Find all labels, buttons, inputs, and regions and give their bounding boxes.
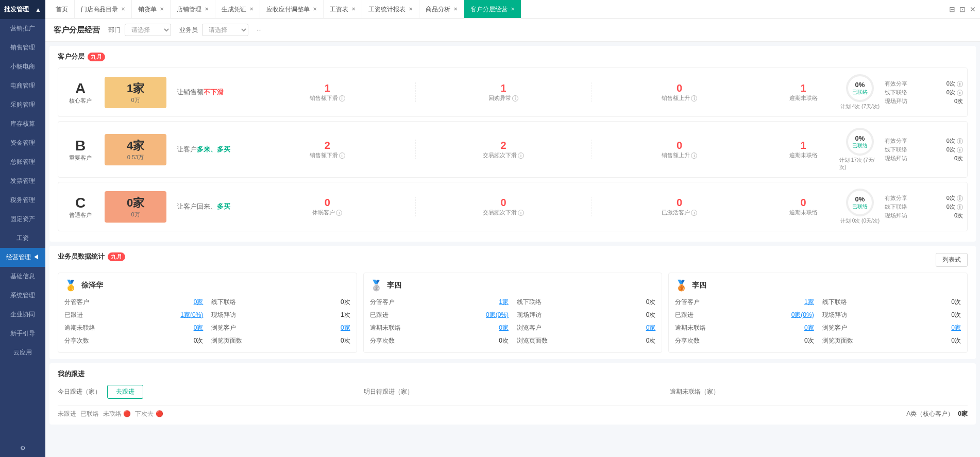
tab-bar: 首页 门店商品目录 ✕ 销货单 ✕ 店铺管理 ✕ 生成凭证 ✕ 应收应付调整单 … xyxy=(45,0,980,19)
sidebar-collapse-icon[interactable]: ▲ xyxy=(35,6,41,13)
sidebar-item-xiaodian[interactable]: 小畅电商 xyxy=(0,57,45,76)
followup-tomorrow-label: 明日待跟进（家） xyxy=(364,387,662,396)
staff-stat-link[interactable]: 0家 xyxy=(499,324,509,332)
tab-gonzitongji[interactable]: 工资统计报表 ✕ xyxy=(362,0,419,19)
tier-row-a: A 核心客户 1家 0万 让销售额不下滑 1 销售额下滑 i 1 xyxy=(58,67,968,117)
sidebar-item-jingying[interactable]: 经营管理 ◀ xyxy=(0,248,45,267)
tab-window-max-icon[interactable]: ⊡ xyxy=(959,5,966,13)
sidebar-item-fapiao[interactable]: 发票管理 xyxy=(0,172,45,191)
staff-stat-link[interactable]: 0家 xyxy=(646,324,656,332)
staff-stat-link[interactable]: 1家(0%) xyxy=(180,311,203,319)
sidebar-item-dianshangguan[interactable]: 电商管理 xyxy=(0,76,45,95)
tab-shengcheng[interactable]: 生成凭证 ✕ xyxy=(215,0,260,19)
tab-shangpin[interactable]: 商品分析 ✕ xyxy=(419,0,464,19)
tab-close-kehu[interactable]: ✕ xyxy=(511,0,515,19)
info-icon[interactable]: i xyxy=(691,210,697,216)
tier-stats-a: 1 销售额下滑 i 1 回购异常 i 0 销售额上升 i xyxy=(240,82,767,102)
info-icon[interactable]: i xyxy=(957,147,963,153)
circle-outer-c: 0% 已联络 xyxy=(846,189,874,216)
staff-stat-link[interactable]: 1家 xyxy=(499,298,509,307)
tab-dianpu[interactable]: 店铺管理 ✕ xyxy=(171,0,215,19)
staff-header-ls2: 🥉 李四 xyxy=(675,279,961,292)
info-icon[interactable]: i xyxy=(957,90,963,96)
staff-stat-row: 浏览页面数 0次 xyxy=(517,335,655,346)
sidebar-item-caigou[interactable]: 采购管理 xyxy=(0,95,45,114)
info-icon[interactable]: i xyxy=(512,95,518,101)
sidebar-item-gongzi[interactable]: 工资 xyxy=(0,229,45,248)
sidebar-item-jichu[interactable]: 基础信息 xyxy=(0,267,45,286)
staff-card-ls2: 🥉 李四 分管客户 1家 线下联络 0次 已跟进 xyxy=(668,273,968,353)
info-icon[interactable]: i xyxy=(339,95,345,101)
info-icon[interactable]: i xyxy=(336,210,342,216)
sidebar-item-shuiwu[interactable]: 税务管理 xyxy=(0,191,45,210)
tab-kehu[interactable]: 客户分层经营 ✕ xyxy=(464,0,521,19)
staff-stats-ls1: 分管客户 1家 线下联络 0次 已跟进 0家(0%) 现场拜访 xyxy=(370,297,656,346)
staff-stat-link[interactable]: 0家 xyxy=(804,324,814,332)
tab-window-min-icon[interactable]: ⊟ xyxy=(949,5,955,13)
filter-dept-label: 部门 xyxy=(108,26,121,35)
info-icon[interactable]: i xyxy=(339,153,345,159)
filter-more-icon[interactable]: ··· xyxy=(257,26,262,33)
info-icon[interactable]: i xyxy=(518,153,524,159)
goto-followup-button[interactable]: 去跟进 xyxy=(107,385,143,399)
list-view-button[interactable]: 列表式 xyxy=(936,253,968,267)
staff-stat-link[interactable]: 0家(0%) xyxy=(486,311,509,319)
staff-stat-link[interactable]: 0家 xyxy=(194,298,204,307)
sidebar-item-xiaoshou[interactable]: 销售管理 xyxy=(0,38,45,57)
sidebar-item-gudingzichan[interactable]: 固定资产 xyxy=(0,210,45,229)
filter-staff-select[interactable]: 请选择 xyxy=(202,24,248,36)
tier-right-stats-a: 有效分享0次 i 线下联络0次 i 现场拜访0次 xyxy=(881,80,963,105)
info-icon[interactable]: i xyxy=(957,204,963,210)
sidebar-item-zongzhang[interactable]: 总账管理 xyxy=(0,153,45,172)
staff-stat-link[interactable]: 0家 xyxy=(194,324,204,332)
staff-stat-row: 浏览页面数 0次 xyxy=(822,335,961,346)
sidebar-item-xinshou[interactable]: 新手引导 xyxy=(0,324,45,343)
tab-xiaohuo[interactable]: 销货单 ✕ xyxy=(132,0,171,19)
info-icon[interactable]: i xyxy=(957,81,963,87)
staff-stat-row: 现场拜访 0次 xyxy=(517,310,655,320)
staff-name-ls1: 李四 xyxy=(387,281,401,290)
tab-window-close-icon[interactable]: ✕ xyxy=(970,5,976,13)
tab-close-dianpu[interactable]: ✕ xyxy=(205,0,209,19)
staff-stat-link[interactable]: 0家 xyxy=(951,324,961,332)
staff-stat-link[interactable]: 0家 xyxy=(341,324,350,332)
sidebar-item-qiye[interactable]: 企业协同 xyxy=(0,305,45,324)
sidebar-item-yingxiao[interactable]: 营销推广 xyxy=(0,19,45,38)
info-icon[interactable]: i xyxy=(518,210,524,216)
tab-close-xiaohuo[interactable]: ✕ xyxy=(160,0,164,19)
tab-close-gongzibiao[interactable]: ✕ xyxy=(351,0,356,19)
info-icon[interactable]: i xyxy=(957,195,963,201)
followup-footer-label-1: 已联络 xyxy=(80,410,99,418)
filter-dept-select[interactable]: 请选择 xyxy=(125,24,171,36)
sidebar-title: 批发管理 xyxy=(4,5,29,14)
sidebar-item-yunyingyong[interactable]: 云应用 xyxy=(0,343,45,362)
info-icon[interactable]: i xyxy=(691,95,697,101)
staff-stat-link[interactable]: 0家(0%) xyxy=(791,311,814,319)
tab-close-shangpin[interactable]: ✕ xyxy=(453,0,458,19)
tab-mendian[interactable]: 门店商品目录 ✕ xyxy=(75,0,132,19)
tab-yingshou[interactable]: 应收应付调整单 ✕ xyxy=(260,0,324,19)
tier-action-c: 让客户回来、多买 xyxy=(173,202,240,211)
page-header: 客户分层经营 部门 请选择 业务员 请选择 ··· xyxy=(45,19,980,42)
staff-stat-row: 分管客户 0家 xyxy=(64,297,203,308)
tab-home[interactable]: 首页 xyxy=(49,0,75,19)
staff-stat-link[interactable]: 1家 xyxy=(804,298,814,307)
tier-circle-a: 0% 已联络 计划 4次 (7天/次) xyxy=(839,74,881,110)
info-icon[interactable]: i xyxy=(691,153,697,159)
sidebar-item-kucun[interactable]: 库存核算 xyxy=(0,114,45,133)
tier-right-stats-b: 有效分享0次 i 线下联络0次 i 现场拜访0次 xyxy=(881,137,963,162)
tab-close-gonzitongji[interactable]: ✕ xyxy=(409,0,413,19)
sidebar-item-zijin[interactable]: 资金管理 xyxy=(0,133,45,153)
tab-close-mendian[interactable]: ✕ xyxy=(121,0,125,19)
tab-gongzibiao[interactable]: 工资表 ✕ xyxy=(324,0,362,19)
staff-stat-row: 线下联络 0次 xyxy=(517,297,655,308)
sidebar-settings[interactable]: ⚙ xyxy=(0,439,45,457)
info-icon[interactable]: i xyxy=(957,138,963,144)
tab-close-yingshou[interactable]: ✕ xyxy=(313,0,317,19)
tier-stat-b-1: 2 交易频次下滑 i xyxy=(416,140,592,159)
tab-close-shengcheng[interactable]: ✕ xyxy=(249,0,254,19)
staff-stat-row: 逾期未联络 0家 xyxy=(370,323,509,333)
sidebar-item-xitong[interactable]: 系统管理 xyxy=(0,286,45,305)
staff-name-ls2: 李四 xyxy=(692,281,706,290)
tier-count-a: 1家 0万 xyxy=(105,77,166,108)
